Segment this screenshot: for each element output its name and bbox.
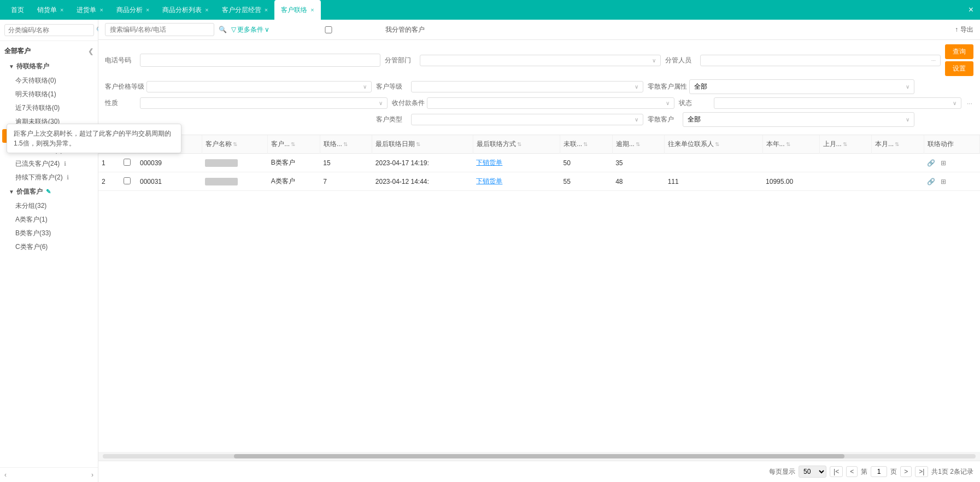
close-tab-sales-order[interactable]: ×: [60, 7, 63, 13]
col-this-month[interactable]: 本月...⇅: [872, 135, 924, 154]
cell-method-1[interactable]: 下销货单: [473, 172, 560, 191]
sort-pending[interactable]: ⇅: [583, 141, 588, 147]
field-customer-type-select[interactable]: ∨: [411, 114, 643, 125]
method-link-1[interactable]: 下销货单: [476, 177, 502, 185]
last-page-btn[interactable]: >|: [915, 466, 928, 477]
sidebar-item-today-pending[interactable]: 今天待联络(0): [0, 74, 98, 88]
cell-contact-person-0: [665, 154, 762, 172]
cell-method-0[interactable]: 下销货单: [473, 154, 560, 172]
sidebar-item-class-b[interactable]: B类客户(33): [0, 227, 98, 240]
action-link-0[interactable]: 🔗: [927, 159, 935, 167]
setup-button[interactable]: 设置: [945, 61, 973, 76]
field-customer-level-select[interactable]: ∨: [411, 81, 643, 92]
sidebar-item-declining[interactable]: 持续下滑客户(2) ℹ: [0, 171, 98, 184]
tab-home[interactable]: 首页: [4, 0, 31, 20]
tree-section-header-value[interactable]: ▼ 价值客户 ✎: [0, 184, 98, 199]
search-input[interactable]: [105, 23, 214, 36]
first-page-btn[interactable]: |<: [830, 466, 843, 477]
close-tab-product-analysis-list[interactable]: ×: [205, 7, 208, 13]
sidebar-search-input[interactable]: [4, 24, 94, 36]
info-icon-declining: ℹ: [67, 174, 69, 181]
export-btn[interactable]: ↑ 导出: [955, 25, 973, 34]
scrollbar-thumb[interactable]: [234, 454, 845, 458]
row-checkbox-1[interactable]: [124, 177, 131, 184]
my-customers-check-input[interactable]: [274, 26, 383, 33]
cell-actions-0[interactable]: 🔗 ⊞: [924, 154, 979, 172]
cell-actions-1[interactable]: 🔗 ⊞: [924, 172, 979, 191]
more-filters-btn[interactable]: ···: [966, 98, 973, 108]
sort-contact-person[interactable]: ⇅: [715, 141, 719, 147]
close-tab-customer-contact[interactable]: ×: [310, 7, 314, 13]
col-last-contact-date[interactable]: 最后联络日期⇅: [372, 135, 473, 154]
field-status-select[interactable]: ∨: [714, 97, 961, 109]
edit-value-icon[interactable]: ✎: [46, 188, 51, 195]
my-customers-checkbox[interactable]: 我分管的客户: [274, 25, 425, 34]
window-close-button[interactable]: ×: [969, 5, 973, 15]
action-copy-0[interactable]: ⊞: [941, 159, 946, 167]
sidebar-scroll-left[interactable]: ‹: [4, 471, 7, 479]
sort-overdue[interactable]: ⇅: [636, 141, 640, 147]
close-tab-purchase-order[interactable]: ×: [99, 7, 103, 13]
col-contact[interactable]: 联络...⇅: [320, 135, 372, 154]
more-conditions-btn[interactable]: ▽ 更多条件 ∨: [231, 25, 269, 34]
tab-customer-stratification[interactable]: 客户分层经营 ×: [215, 0, 274, 20]
field-scatter-attr-select[interactable]: 全部 ∨: [689, 79, 914, 94]
sort-last-contact-method[interactable]: ⇅: [517, 141, 521, 147]
sort-last-contact-date[interactable]: ⇅: [416, 141, 420, 147]
col-this-year[interactable]: 本年...⇅: [762, 135, 819, 154]
prev-page-btn[interactable]: <: [846, 466, 858, 477]
method-link-0[interactable]: 下销货单: [476, 159, 502, 166]
col-contact-person[interactable]: 往来单位联系人⇅: [665, 135, 762, 154]
tab-product-analysis-list[interactable]: 商品分析列表 ×: [156, 0, 215, 20]
per-page-select[interactable]: 50 100 200: [799, 466, 826, 478]
search-icon[interactable]: 🔍: [219, 26, 227, 33]
field-scatter-customer-select[interactable]: 全部 ∨: [683, 112, 914, 127]
field-dept-select[interactable]: ∨: [420, 55, 660, 66]
tab-purchase-order[interactable]: 进货单 ×: [70, 0, 109, 20]
sidebar-item-ungroup[interactable]: 未分组(32): [0, 199, 98, 213]
tree-root-all-customers[interactable]: 全部客户 ❮: [0, 43, 98, 59]
col-last-contact-method[interactable]: 最后联络方式⇅: [473, 135, 560, 154]
sort-this-year[interactable]: ⇅: [786, 141, 790, 147]
col-pending[interactable]: 未联...⇅: [560, 135, 613, 154]
field-person-select[interactable]: ···: [700, 55, 941, 66]
sort-contact[interactable]: ⇅: [343, 141, 348, 147]
sort-last-month[interactable]: ⇅: [843, 141, 847, 147]
query-button[interactable]: 查询: [945, 44, 973, 59]
col-last-month[interactable]: 上月...⇅: [819, 135, 872, 154]
next-page-btn[interactable]: >: [900, 466, 912, 477]
page-number-input[interactable]: [871, 466, 887, 477]
cell-checkbox-0[interactable]: [120, 154, 137, 172]
action-copy-1[interactable]: ⊞: [941, 178, 946, 185]
tab-customer-contact[interactable]: 客户联络 ×: [274, 0, 320, 20]
sidebar-scroll-right[interactable]: ›: [91, 471, 93, 479]
sidebar-item-tomorrow-pending[interactable]: 明天待联络(1): [0, 88, 98, 101]
sort-customer-type[interactable]: ⇅: [291, 141, 295, 147]
tab-product-analysis[interactable]: 商品分析 ×: [110, 0, 156, 20]
field-payment-select[interactable]: ∨: [427, 97, 674, 109]
col-customer-type[interactable]: 客户...⇅: [268, 135, 320, 154]
col-overdue[interactable]: 逾期...⇅: [612, 135, 665, 154]
tree-section-header-pending[interactable]: ▼ 待联络客户: [0, 59, 98, 74]
sidebar-item-7days-pending[interactable]: 近7天待联络(0): [0, 101, 98, 115]
tab-sales-order[interactable]: 销货单 ×: [31, 0, 70, 20]
col-customer-name[interactable]: 客户名称⇅: [202, 135, 268, 154]
field-nature-select[interactable]: ∨: [140, 97, 388, 109]
field-phone-input[interactable]: [140, 54, 380, 67]
close-tab-product-analysis[interactable]: ×: [146, 7, 149, 13]
field-scatter-customer: 零散客户 全部 ∨: [648, 112, 914, 127]
action-link-1[interactable]: 🔗: [927, 178, 935, 185]
sidebar-search-area: 🔍: [0, 20, 98, 41]
cell-overdue-1: 48: [612, 172, 665, 191]
sort-customer-name[interactable]: ⇅: [233, 141, 237, 147]
sidebar-item-churned[interactable]: 已流失客户(24) ℹ: [0, 157, 98, 171]
field-price-level-select[interactable]: ∨: [146, 81, 372, 92]
collapse-sidebar-btn[interactable]: ❮: [88, 48, 93, 55]
horizontal-scrollbar[interactable]: [103, 454, 976, 458]
sidebar-item-class-a[interactable]: A类客户(1): [0, 213, 98, 227]
sidebar-item-class-c[interactable]: C类客户(6): [0, 240, 98, 254]
row-checkbox-0[interactable]: [124, 159, 131, 166]
cell-checkbox-1[interactable]: [120, 172, 137, 191]
close-tab-customer-stratification[interactable]: ×: [265, 7, 268, 13]
sort-this-month[interactable]: ⇅: [895, 141, 899, 147]
